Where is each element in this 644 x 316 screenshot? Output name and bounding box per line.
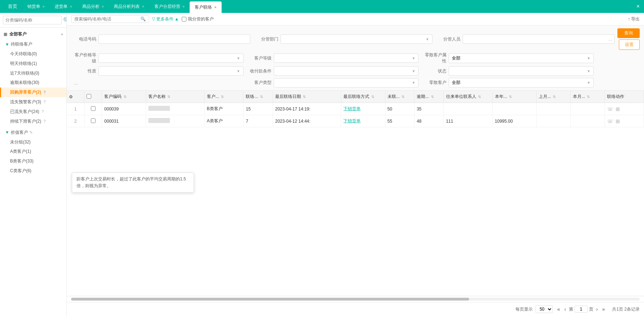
sidebar-item-ungroups[interactable]: 未分组(32) (0, 137, 66, 147)
nav-customer-layers-close[interactable]: × (182, 4, 185, 9)
row1-contact: 15 (244, 103, 273, 115)
payment-select[interactable]: ▼ (274, 66, 419, 76)
col-notcontact[interactable]: 未联... ⇅ (385, 91, 414, 103)
search-icon[interactable]: 🔍 (140, 16, 146, 22)
sidebar-item-cclass[interactable]: C类客户(6) (0, 166, 66, 176)
nav-product-analysis[interactable]: 商品分析 × (77, 0, 109, 13)
col-lastmonth[interactable]: 上月... ⇅ (536, 91, 570, 103)
sidebar-collapse-icon[interactable]: » (61, 32, 63, 36)
sidebar-item-lostwarning[interactable]: 流失预警客户(3) ? (0, 97, 66, 107)
nav-purchase[interactable]: 进货单 × (50, 0, 77, 13)
sidebar-item-bclass[interactable]: B类客户(33) (0, 156, 66, 166)
sidebar-search-icon[interactable]: 🔍 (63, 17, 67, 23)
col-overdue[interactable]: 逾期... ⇅ (414, 91, 444, 103)
prev-page-button[interactable]: ‹ (563, 306, 567, 313)
scrollbar-thumb[interactable] (71, 298, 469, 301)
sidebar-item-overdue[interactable]: 逾期未联络(30) (0, 78, 66, 88)
page-number-input[interactable] (575, 306, 588, 313)
row2-checkbox (84, 115, 102, 127)
customer-search-input[interactable] (74, 16, 139, 22)
nav-product-analysis-close[interactable]: × (102, 4, 104, 9)
nav-customer-contact[interactable]: 客户联络 × (190, 1, 221, 13)
filter-field-manager: 分管人员 ... (435, 34, 615, 44)
row2-menu-icon[interactable]: ⊞ (616, 118, 620, 124)
export-button[interactable]: ↑ 导出 (628, 16, 640, 22)
col-lastway[interactable]: 最后联络方式 ⇅ (341, 91, 385, 103)
status-select[interactable]: ▼ (449, 66, 594, 76)
sidebar-item-declining[interactable]: 持续下滑客户(2) ? (0, 117, 66, 126)
help-icon-lost[interactable]: ? (42, 109, 44, 114)
nav-customer-contact-close[interactable]: × (214, 5, 216, 9)
col-type[interactable]: 客户... ⇅ (204, 91, 244, 103)
scattercustomer-select[interactable]: 全部 ▼ (449, 78, 594, 88)
row2-select-checkbox[interactable] (91, 118, 96, 123)
col-unitcontact[interactable]: 往来单位联系人 ⇅ (444, 91, 492, 103)
col-thisyear[interactable]: 本年... ⇅ (492, 91, 536, 103)
sidebar-group-value[interactable]: ▼ 价值客户 ✎ (0, 128, 66, 137)
col-code[interactable]: 客户编码 ⇅ (102, 91, 146, 103)
page-size-select[interactable]: 50 (536, 305, 553, 313)
export-icon: ↑ (628, 16, 630, 22)
nav-purchase-close[interactable]: × (70, 4, 72, 9)
sidebar-group-pending[interactable]: ▼ 待联络客户 (0, 39, 66, 49)
nav-home[interactable]: 首页 (3, 0, 22, 13)
last-page-button[interactable]: » (601, 306, 607, 313)
pricelevel-select[interactable]: ▼ (98, 53, 244, 63)
col-thismonth[interactable]: 本月... ⇅ (571, 91, 605, 103)
more-conditions-button[interactable]: ▽ 更多条件 ▲ (152, 16, 179, 22)
row2-phone-icon[interactable]: ☏ (607, 118, 613, 124)
scatterprop-select[interactable]: 全部 ▼ (449, 53, 594, 63)
filter-field-payment: 收付款条件 ▼ (246, 66, 419, 76)
window-close-icon[interactable]: × (636, 3, 640, 10)
col-name[interactable]: 客户名称 ⇅ (146, 91, 204, 103)
horizontal-scrollbar[interactable] (67, 296, 644, 302)
manager-dots: ... (608, 37, 612, 42)
row1-lastway-link[interactable]: 下销货单 (343, 106, 361, 111)
customerlevel-select[interactable]: ▼ (274, 53, 419, 63)
row1-select-checkbox[interactable] (91, 106, 96, 111)
row1-action: ☏ ⊞ (605, 103, 644, 115)
help-icon-abnormal[interactable]: ? (43, 90, 46, 94)
nav-product-list-close[interactable]: × (142, 4, 144, 9)
sidebar-item-today[interactable]: 今天待联络(0) (0, 49, 66, 59)
row2-lastway-link[interactable]: 下销货单 (343, 118, 361, 123)
row2-contact: 7 (244, 115, 273, 127)
help-icon-lostwarning[interactable]: ? (43, 100, 46, 104)
query-button[interactable]: 查询 (617, 28, 640, 38)
filter-field-scatterprop: 零散客户属性 全部 ▼ (421, 52, 594, 64)
sidebar-item-tomorrow[interactable]: 明天待联络(1) (0, 59, 66, 69)
sidebar-item-aclass[interactable]: A类客户(1) (0, 147, 66, 156)
phone-input[interactable] (98, 34, 250, 44)
sidebar-all-customers[interactable]: ⊞ 全部客户 » (0, 29, 66, 39)
row1-lastway[interactable]: 下销货单 (341, 103, 385, 115)
nav-product-analysis-list[interactable]: 商品分析列表 × (109, 0, 149, 13)
col-lastdate[interactable]: 最后联络日期 ⇅ (273, 91, 341, 103)
next-page-button[interactable]: › (595, 306, 599, 313)
col-contact[interactable]: 联络... ⇅ (244, 91, 273, 103)
select-all-checkbox[interactable] (87, 94, 91, 99)
my-customers-checkbox[interactable] (182, 17, 186, 22)
sidebar-group-abnormal[interactable]: 回购异常客户(2) ? (0, 88, 66, 97)
row2-lastway[interactable]: 下销货单 (341, 115, 385, 127)
settings-button[interactable]: 设置 (619, 39, 640, 50)
dots-button[interactable]: ... (74, 80, 78, 86)
manager-input[interactable]: ... (463, 34, 615, 44)
sidebar-item-7days[interactable]: 近7天待联络(0) (0, 69, 66, 78)
row1-phone-icon[interactable]: ☏ (607, 106, 613, 112)
customers-table: ⚙ 客户编码 ⇅ 客户名称 ⇅ 客户... (67, 91, 644, 127)
col-settings[interactable]: ⚙ (67, 91, 84, 103)
sidebar-item-lost[interactable]: 已流失客户(24) ? (0, 107, 66, 117)
first-page-button[interactable]: « (556, 306, 561, 313)
scatterprop-arrow: ▼ (587, 56, 590, 60)
nav-customer-layers[interactable]: 客户分层经营 × (149, 0, 190, 13)
row1-menu-icon[interactable]: ⊞ (616, 106, 620, 112)
edit-icon[interactable]: ✎ (29, 130, 33, 135)
customertype-select[interactable]: ▼ (274, 78, 419, 88)
nav-sales[interactable]: 销货单 × (22, 0, 50, 13)
nav-sales-close[interactable]: × (42, 4, 45, 9)
help-icon-declining[interactable]: ? (43, 119, 46, 123)
dept-select[interactable]: ▼ (281, 34, 432, 44)
sidebar-search-input[interactable] (3, 16, 62, 24)
filter-field-pricelevel: 客户价格等级 ▼ (71, 52, 244, 64)
nature-select[interactable]: ▼ (98, 66, 244, 76)
